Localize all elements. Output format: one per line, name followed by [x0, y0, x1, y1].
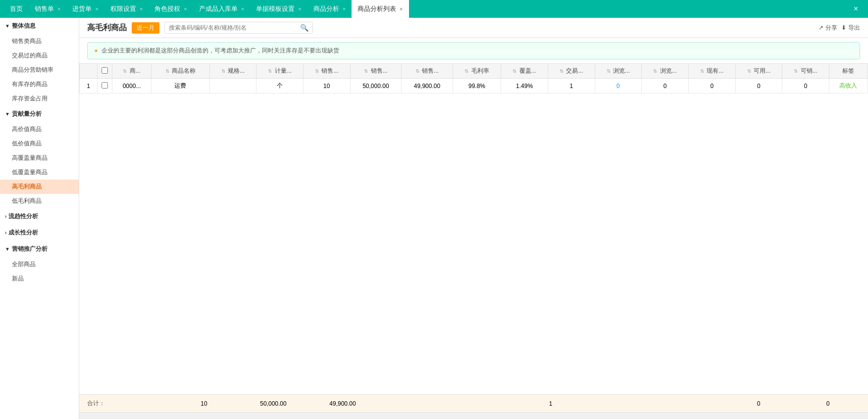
col-pv2[interactable]: ⇅ 浏览... [642, 64, 689, 79]
nav-close-icon[interactable]: × [140, 6, 143, 12]
horizontal-scrollbar[interactable] [79, 412, 868, 419]
cell-tag: 高收入 [829, 79, 868, 93]
sidebar-group-overview[interactable]: ▼ 整体信息 [0, 18, 79, 34]
sort-icon: ⇅ [268, 68, 272, 74]
sort-icon: ⇅ [794, 68, 798, 74]
nav-close-icon[interactable]: × [298, 6, 301, 12]
expand-icon: › [5, 230, 6, 235]
col-tag[interactable]: 标签 [829, 64, 868, 79]
search-box: 🔍 [164, 22, 313, 34]
cell-stock-current: 0 [688, 79, 735, 93]
nav-product-analysis-list[interactable]: 商品分析列表 × [352, 0, 408, 18]
pv1-link[interactable]: 0 [616, 83, 620, 90]
nav-product-stock[interactable]: 产成品入库单 × [193, 0, 250, 18]
nav-close-icon[interactable]: × [57, 6, 60, 12]
col-transactions[interactable]: ⇅ 交易... [548, 64, 595, 79]
cell-stock-available: 0 [735, 79, 782, 93]
sidebar: ▼ 整体信息 销售类商品 交易过的商品 商品分营助销率 有库存的商品 库存资金占… [0, 18, 79, 419]
sort-icon: ⇅ [165, 68, 169, 74]
sort-icon: ⇅ [123, 68, 127, 74]
cell-sales-amount: 50,000.00 [350, 79, 402, 93]
row-checkbox[interactable] [102, 82, 108, 89]
sidebar-group-contribution[interactable]: ▼ 贡献量分析 [0, 106, 79, 122]
sidebar-item-in-stock[interactable]: 有库存的商品 [0, 77, 79, 92]
sidebar-item-traded-goods[interactable]: 交易过的商品 [0, 48, 79, 63]
sidebar-item-all-goods[interactable]: 全部商品 [0, 257, 79, 272]
nav-role-auth[interactable]: 角色授权 × [149, 0, 193, 18]
window-close-button[interactable]: × [848, 0, 864, 18]
nav-product-analysis[interactable]: 商品分析 × [307, 0, 352, 18]
col-margin-rate[interactable]: ⇅ 毛利率 [453, 64, 501, 79]
col-stock-available[interactable]: ⇅ 可用... [735, 64, 782, 79]
col-stock-sellable[interactable]: ⇅ 可销... [782, 64, 829, 79]
cell-transactions: 1 [548, 79, 595, 93]
sidebar-group-trend[interactable]: › 流趋性分析 [0, 208, 79, 225]
main-layout: ▼ 整体信息 销售类商品 交易过的商品 商品分营助销率 有库存的商品 库存资金占… [0, 18, 868, 419]
expand-icon: ▼ [5, 111, 10, 117]
nav-close-icon[interactable]: × [95, 6, 98, 12]
select-all-checkbox[interactable] [102, 67, 108, 74]
sort-icon: ⇅ [607, 68, 611, 74]
sidebar-item-low-coverage[interactable]: 低覆盖量商品 [0, 165, 79, 180]
footer-values: 10 50,000.00 49,900.00 1 0 0 [115, 400, 860, 407]
search-icon[interactable]: 🔍 [300, 24, 308, 32]
sort-icon: ⇅ [364, 68, 368, 74]
col-checkbox[interactable] [98, 64, 112, 79]
nav-close-icon[interactable]: × [343, 6, 346, 12]
sort-icon: ⇅ [315, 68, 319, 74]
cell-sales-qty: 10 [303, 79, 350, 93]
nav-sales-order[interactable]: 销售单 × [29, 0, 66, 18]
sidebar-item-low-value[interactable]: 低价值商品 [0, 137, 79, 151]
col-sales-profit[interactable]: ⇅ 销售... [402, 64, 453, 79]
sidebar-item-sales-goods[interactable]: 销售类商品 [0, 34, 79, 48]
content-area: 高毛利商品 近一月 🔍 ↗ 分享 ⬇ 导出 ✦ 企业的主要的利润都是这部分 [79, 18, 868, 419]
sidebar-item-assist-rate[interactable]: 商品分营助销率 [0, 63, 79, 77]
cell-checkbox[interactable] [98, 79, 112, 93]
sort-icon: ⇅ [653, 68, 657, 74]
recent-month-button[interactable]: 近一月 [132, 22, 159, 34]
col-sales-amount[interactable]: ⇅ 销售... [350, 64, 402, 79]
data-table: ⇅ 商... ⇅ 商品名称 ⇅ 规格... ⇅ [79, 63, 868, 93]
col-index [80, 64, 98, 79]
cell-unit: 个 [256, 79, 304, 93]
cell-pv2: 0 [642, 79, 689, 93]
col-stock-current[interactable]: ⇅ 现有... [688, 64, 735, 79]
col-sales-qty[interactable]: ⇅ 销售... [303, 64, 350, 79]
search-input[interactable] [169, 24, 300, 31]
sidebar-item-high-margin[interactable]: 高毛利商品 [0, 180, 79, 194]
nav-template-settings[interactable]: 单据模板设置 × [250, 0, 307, 18]
col-pv1[interactable]: ⇅ 浏览... [595, 64, 642, 79]
cell-sales-profit: 49,900.00 [402, 79, 453, 93]
export-icon: ⬇ [841, 24, 846, 31]
nav-close-icon[interactable]: × [241, 6, 244, 12]
sort-icon: ⇅ [560, 68, 563, 74]
col-name[interactable]: ⇅ 商品名称 [151, 64, 209, 79]
nav-close-icon[interactable]: × [400, 6, 403, 12]
col-code[interactable]: ⇅ 商... [112, 64, 152, 79]
sidebar-item-high-value[interactable]: 高价值商品 [0, 122, 79, 137]
nav-permission-settings[interactable]: 权限设置 × [104, 0, 149, 18]
footer-sales-qty-val: 10 [184, 400, 224, 407]
sidebar-item-new-goods[interactable]: 新品 [0, 272, 79, 286]
col-unit[interactable]: ⇅ 计量... [256, 64, 304, 79]
cell-spec [209, 79, 256, 93]
col-spec[interactable]: ⇅ 规格... [209, 64, 256, 79]
nav-purchase-order[interactable]: 进货单 × [66, 0, 104, 18]
sidebar-group-marketing[interactable]: ▼ 营销推广分析 [0, 241, 79, 257]
nav-close-icon[interactable]: × [184, 6, 187, 12]
sidebar-group-growth[interactable]: › 成长性分析 [0, 225, 79, 241]
share-button[interactable]: ↗ 分享 [818, 24, 837, 32]
cell-pv1[interactable]: 0 [595, 79, 642, 93]
col-coverage[interactable]: ⇅ 覆盖... [501, 64, 548, 79]
table-row[interactable]: 1 0000... 运费 个 10 50,000.00 49,900.00 99… [80, 79, 868, 93]
nav-home[interactable]: 首页 [4, 0, 29, 18]
sidebar-item-low-margin[interactable]: 低毛利商品 [0, 194, 79, 208]
export-button[interactable]: ⬇ 导出 [841, 24, 860, 32]
cell-name: 运费 [151, 79, 209, 93]
data-table-wrapper[interactable]: ⇅ 商... ⇅ 商品名称 ⇅ 规格... ⇅ [79, 63, 868, 394]
footer-sales-profit: 49,900.00 [323, 400, 362, 407]
sidebar-item-stock-capital[interactable]: 库存资金占用 [0, 92, 79, 106]
sidebar-item-high-coverage[interactable]: 高覆盖量商品 [0, 151, 79, 165]
footer-stock-sellable: 0 [808, 400, 848, 407]
info-icon: ✦ [94, 47, 99, 54]
